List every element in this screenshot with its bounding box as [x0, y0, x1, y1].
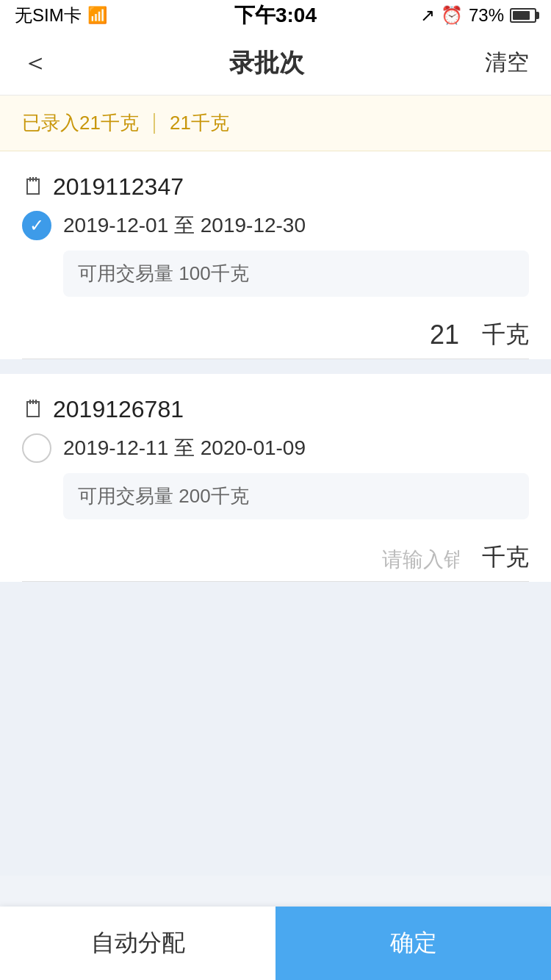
batch1-qty-input[interactable]	[382, 320, 470, 350]
batch-item-2: 🗒 2019126781 2019-12-11 至 2020-01-09 可用交…	[0, 374, 551, 582]
batch2-id: 2019126781	[53, 396, 184, 423]
batch2-qty-input[interactable]	[382, 542, 470, 573]
batch2-available: 可用交易量 200千克	[63, 473, 529, 519]
clear-button[interactable]: 清空	[485, 48, 529, 78]
batch1-input-row: 千克	[0, 304, 551, 359]
section-divider-1	[0, 359, 551, 374]
summary-divider	[154, 113, 155, 134]
status-right: ↗ ⏰ 73%	[420, 5, 536, 26]
batch2-date-row: 2019-12-11 至 2020-01-09	[22, 433, 529, 463]
nav-bar: ＜ 录批次 清空	[0, 31, 551, 96]
back-button[interactable]: ＜	[22, 45, 48, 81]
batch1-id: 2019112347	[53, 173, 184, 201]
status-bar: 无SIM卡 📶 下午3:04 ↗ ⏰ 73%	[0, 0, 551, 31]
batch2-icon: 🗒	[22, 396, 46, 423]
batch2-date: 2019-12-11 至 2020-01-09	[63, 434, 306, 462]
batch2-radio[interactable]	[22, 433, 51, 463]
batch1-date-row: ✓ 2019-12-01 至 2019-12-30	[22, 211, 529, 240]
summary-label: 已录入21千克	[22, 110, 139, 136]
batch1-radio[interactable]: ✓	[22, 211, 51, 240]
carrier-text: 无SIM卡	[15, 4, 82, 27]
check-icon: ✓	[29, 215, 44, 236]
confirm-button[interactable]: 确定	[276, 907, 551, 980]
page-title: 录批次	[229, 46, 304, 80]
auto-distribute-button[interactable]: 自动分配	[0, 907, 276, 980]
batch2-header: 🗒 2019126781	[22, 396, 529, 423]
batch1-content: 🗒 2019112347 ✓ 2019-12-01 至 2019-12-30 可…	[0, 151, 551, 304]
status-time: 下午3:04	[234, 1, 317, 29]
empty-area	[0, 582, 551, 876]
batch2-unit: 千克	[482, 541, 529, 574]
batch1-date: 2019-12-01 至 2019-12-30	[63, 212, 306, 239]
alarm-icon: ⏰	[441, 5, 463, 26]
battery-icon	[510, 8, 536, 23]
location-icon: ↗	[420, 5, 435, 26]
summary-value: 21千克	[170, 110, 229, 136]
batch1-unit: 千克	[482, 319, 529, 351]
status-left: 无SIM卡 📶	[15, 4, 107, 27]
batch2-input-row: 千克	[0, 527, 551, 581]
bottom-bar: 自动分配 确定	[0, 907, 551, 980]
batch2-content: 🗒 2019126781 2019-12-11 至 2020-01-09 可用交…	[0, 374, 551, 527]
battery-text: 73%	[469, 5, 504, 26]
summary-bar: 已录入21千克 21千克	[0, 96, 551, 151]
batch1-icon: 🗒	[22, 173, 46, 201]
wifi-icon: 📶	[87, 6, 107, 25]
batch-item-1: 🗒 2019112347 ✓ 2019-12-01 至 2019-12-30 可…	[0, 151, 551, 359]
batch1-header: 🗒 2019112347	[22, 173, 529, 201]
batch1-available: 可用交易量 100千克	[63, 251, 529, 297]
